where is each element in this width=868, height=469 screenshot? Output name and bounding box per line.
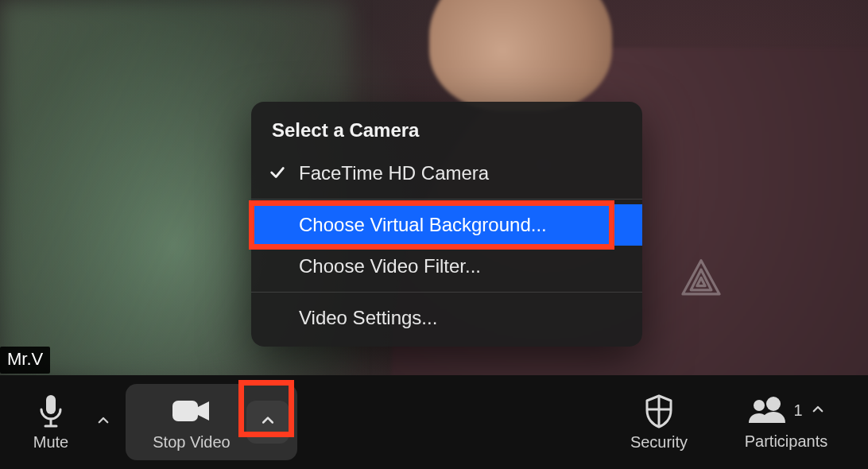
svg-point-6 [766, 397, 781, 411]
check-icon [269, 164, 286, 181]
meeting-toolbar: Mute Stop Video [0, 375, 868, 469]
menu-item-camera[interactable]: FaceTime HD Camera [251, 153, 642, 194]
participant-name-chip: Mr.V [0, 347, 50, 374]
microphone-icon [37, 393, 64, 428]
menu-header: Select a Camera [251, 113, 642, 153]
stop-video-label: Stop Video [153, 433, 231, 452]
mute-label: Mute [33, 433, 68, 452]
menu-item-label: Choose Virtual Background... [299, 214, 547, 235]
menu-item-video-settings[interactable]: Video Settings... [251, 297, 642, 339]
shirt-logo-icon [676, 254, 727, 305]
participants-icon [747, 394, 789, 428]
svg-rect-3 [172, 401, 198, 421]
menu-item-video-filter[interactable]: Choose Video Filter... [251, 246, 642, 287]
participant-skin [429, 0, 612, 111]
mute-options-caret[interactable] [89, 413, 118, 431]
mute-button[interactable]: Mute [13, 375, 89, 469]
participants-label: Participants [745, 432, 828, 451]
video-options-menu: Select a Camera FaceTime HD Camera Choos… [251, 102, 642, 347]
security-label: Security [630, 433, 688, 452]
video-stage: Mr.V Select a Camera FaceTime HD Camera … [0, 0, 868, 469]
participants-button[interactable]: 1 Participants [711, 375, 862, 469]
video-button-group: Stop Video [126, 384, 297, 460]
menu-item-label: Video Settings... [299, 307, 437, 328]
participant-name: Mr.V [7, 349, 43, 369]
menu-item-label: FaceTime HD Camera [299, 162, 489, 184]
svg-rect-0 [46, 395, 56, 414]
video-options-caret[interactable] [246, 401, 289, 444]
video-camera-icon [171, 393, 212, 428]
participant-count: 1 [793, 401, 802, 420]
security-button[interactable]: Security [607, 375, 711, 469]
chevron-up-icon [811, 402, 825, 420]
chevron-up-icon [96, 413, 110, 431]
menu-item-virtual-background[interactable]: Choose Virtual Background... [251, 204, 642, 246]
svg-point-7 [754, 400, 765, 411]
shield-icon [643, 393, 675, 428]
chevron-up-icon [260, 413, 276, 432]
menu-item-label: Choose Video Filter... [299, 255, 481, 277]
stop-video-button[interactable]: Stop Video [143, 384, 246, 460]
menu-separator [251, 292, 642, 293]
menu-separator [251, 199, 642, 200]
